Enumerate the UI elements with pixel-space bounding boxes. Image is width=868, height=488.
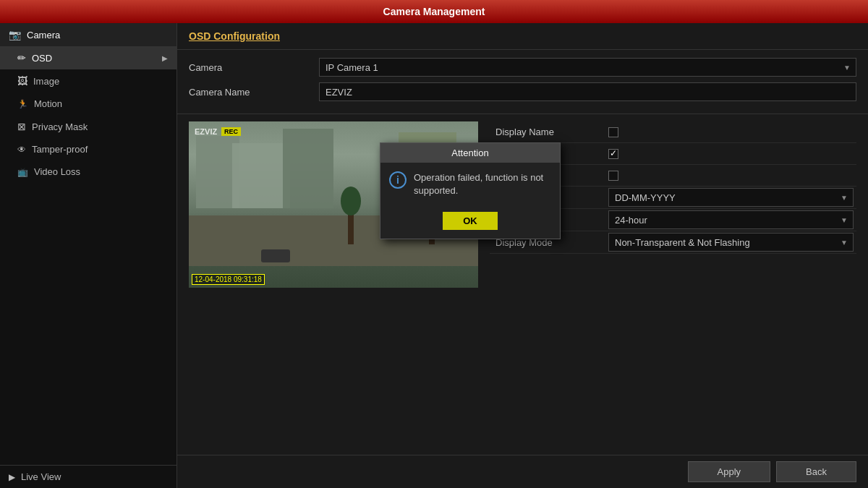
date-format-select-wrapper: DD-MM-YYYY MM-DD-YYYY YYYY-MM-DD — [608, 188, 854, 207]
motion-icon — [17, 98, 28, 109]
sidebar-camera-section: Camera — [0, 23, 176, 46]
sidebar-item-tamper-proof[interactable]: Tamper-proof — [0, 138, 176, 160]
display-mode-control: Non-Transparent & Not Flashing Transpare… — [605, 231, 856, 253]
sidebar-item-video-loss[interactable]: Video Loss — [0, 160, 176, 183]
camera-icon — [9, 29, 21, 40]
title-bar: Camera Management — [0, 0, 868, 23]
camera-name-control — [319, 82, 856, 101]
building-3 — [283, 129, 333, 208]
time-format-select-wrapper: 24-hour 12-hour — [608, 210, 854, 229]
sidebar-bottom: Live View — [0, 465, 176, 488]
display-name-control — [605, 126, 856, 139]
live-view-icon — [9, 471, 15, 482]
date-format-select[interactable]: DD-MM-YYYY MM-DD-YYYY YYYY-MM-DD — [608, 188, 854, 207]
sidebar-item-osd[interactable]: OSD — [0, 46, 176, 69]
dialog-title: Attention — [451, 147, 488, 158]
display-name-row: Display Name — [490, 121, 856, 143]
preview-timestamp: 12-04-2018 09:31:18 — [192, 274, 265, 285]
bottom-bar: Apply Back — [177, 455, 868, 488]
camera-field-label: Camera — [189, 62, 319, 73]
display-name-label: Display Name — [490, 124, 605, 140]
sidebar-item-image[interactable]: Image — [0, 69, 176, 93]
sidebar-image-label: Image — [33, 76, 59, 87]
sidebar-item-motion[interactable]: Motion — [0, 93, 176, 115]
display-date-control — [605, 147, 856, 160]
sidebar-item-privacy-mask[interactable]: Privacy Mask — [0, 115, 176, 138]
sidebar-camera-label: Camera — [27, 30, 60, 40]
preview-logo: EZVIZ — [195, 127, 217, 136]
back-button[interactable]: Back — [776, 461, 856, 482]
image-icon — [17, 75, 27, 87]
osd-icon — [17, 52, 26, 64]
display-week-checkbox[interactable] — [608, 171, 618, 181]
building-2 — [232, 143, 290, 208]
camera-select[interactable]: IP Camera 1 — [319, 58, 856, 77]
privacy-mask-icon — [17, 121, 26, 132]
camera-field-control: IP Camera 1 — [319, 58, 856, 77]
dialog-footer: OK — [380, 206, 560, 239]
info-icon: i — [389, 171, 407, 189]
car — [261, 249, 290, 262]
sidebar-tamper-label: Tamper-proof — [32, 144, 88, 155]
sidebar-osd-label: OSD — [32, 53, 52, 64]
dialog-ok-button[interactable]: OK — [443, 212, 498, 230]
sidebar-motion-label: Motion — [34, 98, 62, 109]
date-format-control: DD-MM-YYYY MM-DD-YYYY YYYY-MM-DD — [605, 187, 856, 208]
camera-name-input[interactable] — [319, 82, 856, 101]
tree-top-1 — [341, 187, 361, 215]
tamper-proof-icon — [17, 144, 26, 155]
time-format-select[interactable]: 24-hour 12-hour — [608, 210, 854, 229]
main-layout: Camera OSD Image Motion Privacy Mask Tam… — [0, 23, 868, 488]
camera-name-label: Camera Name — [189, 87, 319, 98]
preview-recording-badge: REC — [221, 127, 241, 136]
camera-select-wrapper: IP Camera 1 — [319, 58, 856, 77]
display-mode-select-wrapper: Non-Transparent & Not Flashing Transpare… — [608, 233, 854, 252]
osd-config-title: OSD Configuration — [189, 30, 280, 42]
sidebar-live-view-label: Live View — [21, 471, 61, 482]
dialog-message: Operation failed, function is not suppor… — [414, 171, 551, 197]
attention-dialog: Attention i Operation failed, function i… — [380, 142, 561, 239]
camera-name-row: Camera Name — [189, 82, 856, 102]
display-name-checkbox[interactable] — [608, 127, 618, 137]
apply-button[interactable]: Apply — [688, 461, 771, 482]
app-title: Camera Management — [383, 6, 485, 17]
sidebar: Camera OSD Image Motion Privacy Mask Tam… — [0, 23, 177, 488]
display-mode-select[interactable]: Non-Transparent & Not Flashing Transpare… — [608, 233, 854, 252]
osd-form-area: Camera IP Camera 1 Camera Name — [177, 50, 868, 114]
display-date-checkbox[interactable] — [608, 149, 618, 159]
osd-config-header: OSD Configuration — [177, 23, 868, 50]
sidebar-item-live-view[interactable]: Live View — [0, 466, 176, 488]
sidebar-privacy-label: Privacy Mask — [32, 121, 88, 132]
video-loss-icon — [17, 166, 28, 177]
time-format-control: 24-hour 12-hour — [605, 209, 856, 231]
display-week-control — [605, 169, 856, 182]
content-area: OSD Configuration Camera IP Camera 1 Cam… — [177, 23, 868, 488]
dialog-body: i Operation failed, function is not supp… — [380, 163, 560, 206]
sidebar-video-label: Video Loss — [34, 166, 80, 177]
camera-row: Camera IP Camera 1 — [189, 57, 856, 77]
dialog-title-bar: Attention — [380, 143, 560, 163]
